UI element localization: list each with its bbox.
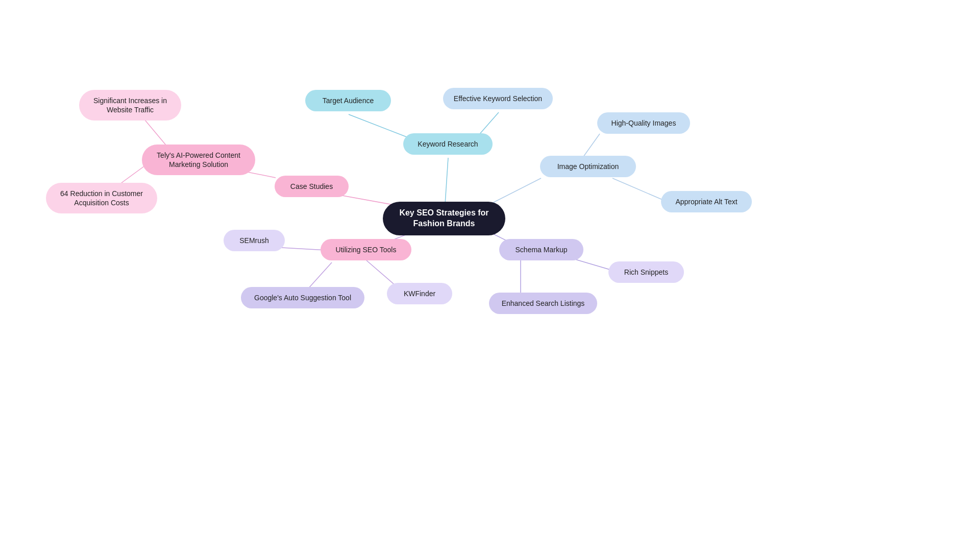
- center-node: Key SEO Strategies for Fashion Brands: [383, 202, 505, 235]
- high-quality-node: High-Quality Images: [597, 112, 690, 134]
- semrush-node: SEMrush: [224, 230, 285, 251]
- rich-snippets-node: Rich Snippets: [608, 261, 684, 283]
- keyword-research-node: Keyword Research: [403, 133, 493, 155]
- appropriate-alt-node: Appropriate Alt Text: [661, 191, 752, 212]
- schema-markup-node: Schema Markup: [499, 239, 583, 260]
- effective-keyword-node: Effective Keyword Selection: [443, 88, 553, 109]
- utilizing-seo-node: Utilizing SEO Tools: [321, 239, 411, 260]
- significant-traffic-node: Significant Increases in Website Traffic: [79, 90, 181, 121]
- reduction-costs-node: 64 Reduction in Customer Acquisition Cos…: [46, 183, 157, 213]
- svg-line-13: [612, 178, 664, 200]
- enhanced-search-node: Enhanced Search Listings: [489, 293, 597, 314]
- target-audience-node: Target Audience: [305, 90, 391, 111]
- google-tool-node: Google's Auto Suggestion Tool: [241, 287, 364, 308]
- tely-solution-node: Tely's AI-Powered Content Marketing Solu…: [142, 145, 255, 175]
- kwfinder-node: KWFinder: [387, 283, 452, 304]
- case-studies-node: Case Studies: [275, 176, 349, 197]
- image-optimization-node: Image Optimization: [540, 156, 636, 177]
